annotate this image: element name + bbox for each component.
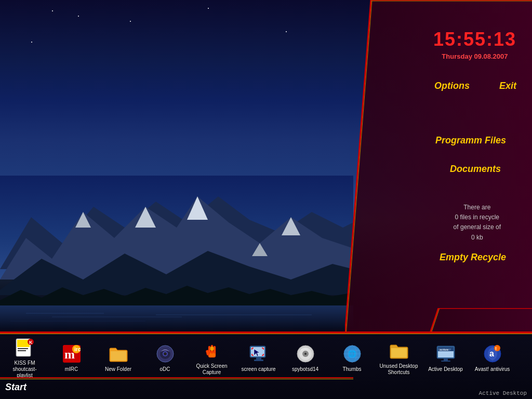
spybotsd14-icon <box>295 343 316 364</box>
icon-spybotsd14[interactable]: spybotsd14 <box>286 343 325 373</box>
documents-button[interactable]: Documents <box>450 164 501 175</box>
avast-antivirus-label: Avast! antivirus <box>475 366 510 373</box>
svg-point-44 <box>210 347 214 351</box>
svg-text:!: ! <box>495 346 497 351</box>
taskbar-icons-area: K KISS FMshoutcast-playlist m irc mIRC <box>0 332 532 379</box>
icon-unused-desktop-shortcuts[interactable]: Unused DesktopShortcuts <box>379 340 418 376</box>
star <box>208 8 209 9</box>
mirc-icon: m irc <box>61 343 82 364</box>
svg-point-53 <box>304 353 307 355</box>
star <box>31 42 32 43</box>
recycle-info-line4: 0 kb <box>454 233 501 243</box>
quick-screen-capture-icon <box>202 340 222 361</box>
mountain-svg <box>0 176 353 331</box>
svg-rect-47 <box>256 357 261 360</box>
mirc-label: mIRC <box>65 366 78 373</box>
thumbs-label: Thumbs <box>342 366 361 373</box>
recycle-info-line1: There are <box>454 203 501 212</box>
icon-kiss-fm[interactable]: K KISS FMshoutcast-playlist <box>5 337 44 379</box>
svg-rect-64 <box>441 361 450 362</box>
svg-rect-27 <box>18 348 28 349</box>
star <box>52 10 53 11</box>
active-desktop-status-label: Active Desktop <box>479 390 527 396</box>
svg-rect-28 <box>18 350 26 351</box>
svg-rect-48 <box>254 360 263 361</box>
clock-time: 15:55:13 <box>433 29 516 50</box>
icon-quick-screen-capture[interactable]: Quick ScreenCapture <box>192 340 231 376</box>
options-button[interactable]: Options <box>434 81 470 91</box>
new-folder-icon <box>108 343 129 364</box>
icon-active-desktop[interactable]: active DESKTOP Active Desktop <box>426 343 465 373</box>
recycle-info-line2: 0 files in recycle <box>454 212 501 222</box>
recycle-info-line3: of general size of <box>454 222 501 232</box>
active-desktop-label-icon: Active Desktop <box>428 366 463 373</box>
star <box>78 16 79 17</box>
svg-rect-42 <box>214 346 216 353</box>
icon-mirc[interactable]: m irc mIRC <box>52 343 91 373</box>
exit-button[interactable]: Exit <box>499 81 516 91</box>
avast-antivirus-icon: a ! <box>482 343 503 364</box>
unused-desktop-shortcuts-label: Unused DesktopShortcuts <box>380 363 418 376</box>
svg-text:DESKTOP: DESKTOP <box>438 348 451 351</box>
svg-text:K: K <box>29 340 33 345</box>
svg-text:irc: irc <box>74 347 81 352</box>
clock-display: 15:55:13 Thursday 09.08.2007 <box>433 29 516 60</box>
icon-odc[interactable]: oDC <box>145 343 184 373</box>
new-folder-label: New Folder <box>105 366 131 373</box>
active-desktop-icon: active DESKTOP <box>435 343 456 364</box>
odc-label: oDC <box>159 366 170 373</box>
icon-new-folder[interactable]: New Folder <box>99 343 138 373</box>
svg-text:a: a <box>489 349 494 358</box>
desktop: 15:55:13 Thursday 09.08.2007 Options Exi… <box>0 0 532 399</box>
kiss-fm-label: KISS FMshoutcast-playlist <box>7 360 43 379</box>
quick-screen-capture-label: Quick ScreenCapture <box>196 363 227 376</box>
screen-capture-icon <box>248 343 269 364</box>
taskbar: K KISS FMshoutcast-playlist m irc mIRC <box>0 331 532 399</box>
start-button[interactable]: Start <box>5 382 26 393</box>
kiss-fm-icon: K <box>15 337 35 358</box>
program-files-button[interactable]: Programm Files <box>435 135 506 146</box>
svg-rect-11 <box>0 305 353 331</box>
star <box>130 21 131 22</box>
clock-date: Thursday 09.08.2007 <box>433 52 516 60</box>
odc-icon <box>155 343 176 364</box>
unused-desktop-shortcuts-icon <box>389 340 409 361</box>
taskbar-yellow-deco <box>0 379 353 379</box>
icon-screen-capture[interactable]: screen capture <box>239 343 278 373</box>
icon-avast-antivirus[interactable]: a ! Avast! antivirus <box>473 343 512 373</box>
empty-recycle-button[interactable]: Empty Recycle <box>440 252 506 263</box>
svg-point-38 <box>164 352 167 355</box>
screen-capture-label: screen capture <box>241 366 275 373</box>
thumbs-icon: 🌐 <box>342 343 363 364</box>
taskbar-red-deco <box>0 377 353 378</box>
star <box>286 31 287 32</box>
svg-text:🌐: 🌐 <box>348 350 357 358</box>
recycle-info: There are 0 files in recycle of general … <box>454 203 501 243</box>
svg-rect-63 <box>444 358 448 361</box>
taskbar-yellow-line <box>0 334 532 334</box>
spybotsd14-label: spybotsd14 <box>292 366 318 373</box>
icon-thumbs[interactable]: 🌐 Thumbs <box>332 343 371 373</box>
